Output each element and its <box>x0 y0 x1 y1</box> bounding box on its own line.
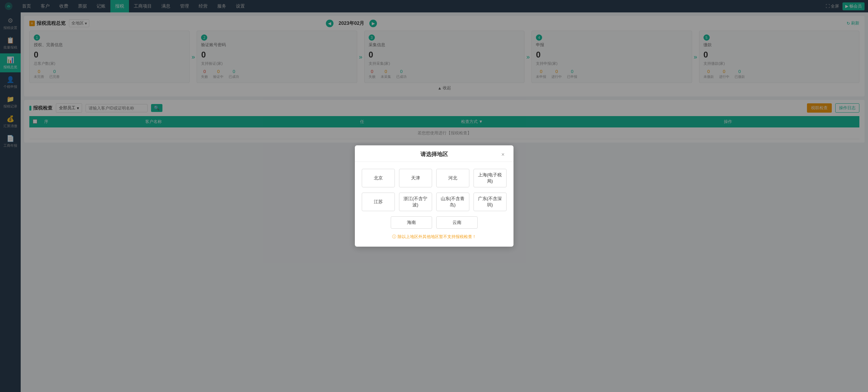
modal-body: 北京 天津 河北 上海(电子税局) 江苏 浙江(不含宁波) 山东(不含青岛) 广… <box>355 162 513 247</box>
region-beijing[interactable]: 北京 <box>362 169 395 187</box>
modal-title: 请选择地区 <box>369 151 500 158</box>
region-row-1: 北京 天津 河北 上海(电子税局) <box>362 169 507 187</box>
region-yunnan[interactable]: 云南 <box>436 216 478 229</box>
warning-icon: ⓘ <box>392 234 396 240</box>
region-select-modal: 请选择地区 × 北京 天津 河北 上海(电子税局) 江苏 浙江(不含宁波) 山东… <box>355 145 513 247</box>
region-shandong[interactable]: 山东(不含青岛) <box>436 193 469 211</box>
region-jiangsu[interactable]: 江苏 <box>362 193 395 211</box>
modal-header: 请选择地区 × <box>355 145 513 162</box>
region-guangdong[interactable]: 广东(不含深圳) <box>473 193 507 211</box>
region-row-2: 江苏 浙江(不含宁波) 山东(不含青岛) 广东(不含深圳) <box>362 193 507 211</box>
region-shanghai[interactable]: 上海(电子税局) <box>473 169 507 187</box>
region-hainan[interactable]: 海南 <box>391 216 432 229</box>
modal-overlay[interactable]: 请选择地区 × 北京 天津 河北 上海(电子税局) 江苏 浙江(不含宁波) 山东… <box>0 0 868 392</box>
region-tianjin[interactable]: 天津 <box>399 169 432 187</box>
region-row-3: 海南 云南 <box>362 216 507 229</box>
warning-text: 除以上地区外其他地区暂不支持报税检查！ <box>398 234 476 240</box>
region-hebei[interactable]: 河北 <box>436 169 469 187</box>
region-warning: ⓘ 除以上地区外其他地区暂不支持报税检查！ <box>362 234 507 240</box>
region-zhejiang[interactable]: 浙江(不含宁波) <box>399 193 432 211</box>
modal-close-button[interactable]: × <box>500 151 507 158</box>
